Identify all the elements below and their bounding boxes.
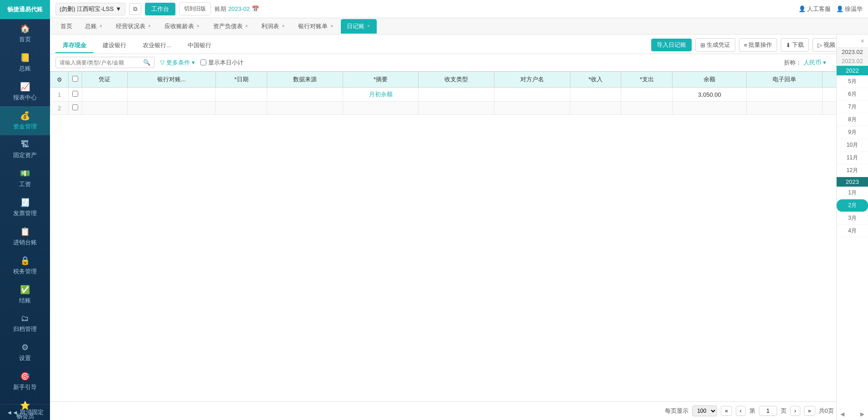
sub-tab-construction-bank[interactable]: 建设银行 <box>95 39 134 53</box>
tab-ledger[interactable]: 总账 × <box>79 19 109 34</box>
daily-total-checkbox-label[interactable]: 显示本日小计 <box>200 59 244 67</box>
select-all-checkbox[interactable] <box>72 76 78 82</box>
month-1[interactable]: 1月 <box>837 187 868 199</box>
company-selector[interactable]: (勿删) 江西昭宝-LSS ▼ <box>55 3 125 15</box>
month-2-active[interactable]: 2月 <box>837 199 868 212</box>
tab-bank-statement[interactable]: 银行对账单 × <box>292 19 340 34</box>
tab-close-icon[interactable]: × <box>329 24 334 29</box>
tab-close-icon[interactable]: × <box>99 24 103 29</box>
row-income <box>570 102 621 115</box>
batch-operation-button[interactable]: ≡ 批量操作 <box>739 38 778 52</box>
sidebar-item-tax[interactable]: 🔒 税务管理 <box>0 251 50 280</box>
user-avatar[interactable]: 👤 徐温华 <box>836 5 863 13</box>
calendar-next-nav[interactable]: ▶ <box>860 411 864 417</box>
tab-close-icon[interactable]: × <box>366 24 371 29</box>
app-logo[interactable]: 畅捷通易代账 <box>0 0 50 19</box>
tab-close-icon[interactable]: × <box>281 24 285 29</box>
tab-close-icon[interactable]: × <box>244 24 249 29</box>
sub-tab-label: 中国银行 <box>188 42 211 49</box>
per-page-select[interactable]: 100 50 200 <box>692 405 717 416</box>
calendar-months: 2022 5月 6月 7月 8月 9月 10月 11月 12月 2023 1月 … <box>837 66 868 420</box>
sidebar-item-stock[interactable]: 📋 进销台账 <box>0 222 50 251</box>
bottom-bar: 每页显示 100 50 200 « ‹ 第 页 › » 共0页，0条记录 <box>50 401 868 420</box>
more-conditions-button[interactable]: ▽ 更多条件 ▾ <box>160 59 195 67</box>
download-button[interactable]: ⬇ 下载 <box>781 38 809 52</box>
row-source <box>267 88 343 102</box>
search-input[interactable] <box>60 59 141 66</box>
month-10[interactable]: 10月 <box>837 139 868 152</box>
dropdown-icon: ▼ <box>115 5 121 12</box>
row-select-checkbox[interactable] <box>72 91 78 97</box>
reports-icon: 📈 <box>20 82 30 92</box>
row-counterpart <box>494 102 570 115</box>
row-num: 2 <box>50 102 69 115</box>
calendar-prev-nav[interactable]: ◀ <box>840 411 844 417</box>
month-3[interactable]: 3月 <box>837 212 868 225</box>
sub-tab-agricultural-bank[interactable]: 农业银行... <box>135 39 179 53</box>
month-9[interactable]: 9月 <box>837 126 868 139</box>
sidebar-item-reports[interactable]: 📈 报表中心 <box>0 77 50 106</box>
chevron-down-icon: ▾ <box>192 59 195 66</box>
sidebar-item-archive[interactable]: 🗂 归档管理 <box>0 309 50 338</box>
row-balance: 3,050.00 <box>673 88 747 102</box>
month-4[interactable]: 4月 <box>837 225 868 237</box>
tab-journal[interactable]: 日记账 × <box>341 19 377 34</box>
sidebar-item-close[interactable]: ✅ 结账 <box>0 280 50 309</box>
calendar-close-button[interactable]: × <box>859 36 866 45</box>
tab-balance-sheet[interactable]: 资产负债表 × <box>207 19 255 34</box>
currency-value[interactable]: 人民币 <box>803 59 821 67</box>
month-6[interactable]: 6月 <box>837 88 868 101</box>
workbench-button[interactable]: 工作台 <box>145 3 175 15</box>
generate-voucher-button[interactable]: ⊞ 生成凭证 <box>695 38 735 52</box>
sidebar-item-guide[interactable]: 🎯 新手引导 <box>0 367 50 396</box>
sidebar-item-label: 税务管理 <box>13 267 37 276</box>
calendar-icon[interactable]: 📅 <box>252 5 259 12</box>
row-select-checkbox[interactable] <box>72 104 78 110</box>
col-settings[interactable]: ⚙ <box>50 72 69 88</box>
month-5[interactable]: 5月 <box>837 75 868 88</box>
tab-close-icon[interactable]: × <box>147 24 152 29</box>
row-checkbox[interactable] <box>69 102 82 115</box>
tab-close-icon[interactable]: × <box>196 24 200 29</box>
month-12[interactable]: 12月 <box>837 164 868 177</box>
prev-page-button[interactable]: ‹ <box>736 406 746 416</box>
service-icon: 👤 <box>798 5 806 12</box>
import-journal-button[interactable]: 导入日记账 <box>651 39 692 51</box>
page-number-input[interactable] <box>759 406 777 416</box>
tab-accounts-receivable[interactable]: 应收账龄表 × <box>159 19 206 34</box>
row-e-receipt <box>747 102 823 115</box>
sub-tab-cash[interactable]: 库存现金 <box>55 39 94 53</box>
tab-home[interactable]: 首页 <box>55 19 78 34</box>
col-summary: *摘要 <box>343 72 419 88</box>
tab-business-status[interactable]: 经营状况表 × <box>110 19 158 34</box>
sidebar-item-home[interactable]: 🏠 首页 <box>0 19 50 48</box>
row-voucher <box>82 88 128 102</box>
sub-tab-china-bank[interactable]: 中国银行 <box>180 39 219 53</box>
next-page-button[interactable]: › <box>790 406 800 416</box>
sidebar-item-ledger[interactable]: 📒 总账 <box>0 48 50 77</box>
sidebar-item-settings[interactable]: ⚙ 设置 <box>0 338 50 367</box>
currency-dropdown-icon[interactable]: ▾ <box>823 59 826 66</box>
customer-service-btn[interactable]: 👤 人工客服 <box>798 5 831 13</box>
sidebar-item-assets[interactable]: 🏗 固定资产 <box>0 135 50 164</box>
first-page-button[interactable]: « <box>721 406 732 416</box>
month-7[interactable]: 7月 <box>837 101 868 114</box>
copy-icon-btn[interactable]: ⧉ <box>129 3 141 15</box>
pin-icon: ◄◄ <box>6 409 18 416</box>
tab-label: 利润表 <box>261 22 279 30</box>
unpin-sidebar-button[interactable]: ◄◄ 取消固定 <box>0 404 50 420</box>
last-page-button[interactable]: » <box>804 406 815 416</box>
tab-profit[interactable]: 利润表 × <box>255 19 291 34</box>
month-8[interactable]: 8月 <box>837 114 868 126</box>
year-label: 2023 <box>846 178 859 185</box>
row-checkbox[interactable] <box>69 88 82 102</box>
sidebar-item-invoice[interactable]: 🧾 发票管理 <box>0 193 50 222</box>
sidebar-item-payroll[interactable]: 💵 工资 <box>0 164 50 193</box>
month-11[interactable]: 11月 <box>837 152 868 164</box>
search-icon[interactable]: 🔍 <box>143 59 150 66</box>
old-version-button[interactable]: 切到旧版 <box>179 2 211 15</box>
daily-total-checkbox[interactable] <box>200 59 206 65</box>
row-payment-type <box>419 102 494 115</box>
sidebar-item-finance[interactable]: 💰 资金管理 <box>0 106 50 135</box>
sub-tab-label: 建设银行 <box>103 42 126 49</box>
